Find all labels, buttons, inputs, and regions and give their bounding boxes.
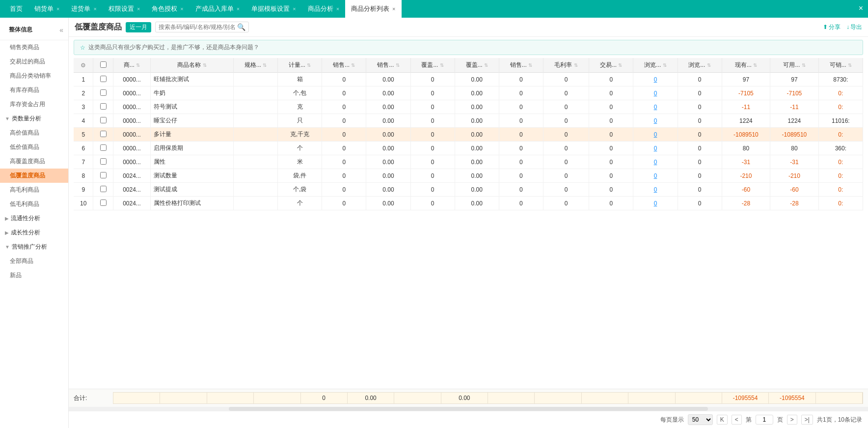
sidebar-section-marketing[interactable]: ▼ 营销推广分析	[0, 240, 68, 254]
last-page-button[interactable]: >|	[801, 415, 813, 425]
row-checkbox[interactable]	[100, 158, 107, 165]
col-code-header[interactable]: 商... ⇅	[113, 58, 151, 73]
row-checkbox[interactable]	[100, 103, 107, 110]
sidebar-item-low-coverage[interactable]: 低覆盖度商品	[0, 169, 68, 183]
close-icon[interactable]: ×	[392, 6, 395, 12]
table-wrapper: ⚙ 商... ⇅ 商品名称 ⇅ 规格... ⇅ 计量... ⇅ 销售... ⇅ …	[69, 58, 868, 389]
sidebar-collapse-button[interactable]: «	[56, 24, 66, 36]
sidebar-item-inventory-goods[interactable]: 有库存商品	[0, 83, 68, 97]
table-cell: 0.00	[366, 86, 410, 100]
sidebar-section-quantity[interactable]: ▼ 类数量分析	[0, 112, 68, 126]
nav-tab-home[interactable]: 首页	[4, 0, 28, 18]
row-checkbox[interactable]	[100, 131, 107, 137]
sidebar-item-all-goods[interactable]: 全部商品	[0, 254, 68, 268]
col-trade-header[interactable]: 交易... ⇅	[589, 58, 633, 73]
close-icon[interactable]: ×	[293, 6, 296, 12]
sidebar-item-low-margin[interactable]: 低毛利商品	[0, 197, 68, 211]
close-icon[interactable]: ×	[237, 6, 240, 12]
sidebar-section-growth[interactable]: ▶ 成长性分析	[0, 226, 68, 240]
col-sales3-header[interactable]: 销售... ⇅	[499, 58, 543, 73]
table-cell: 0024...	[113, 169, 151, 183]
nav-tab-roles[interactable]: 角色授权 ×	[146, 0, 189, 18]
col-sellable-header[interactable]: 可销... ⇅	[818, 58, 863, 73]
table-cell: -31	[722, 155, 770, 169]
nav-tab-template[interactable]: 单据模板设置 ×	[245, 0, 301, 18]
table-row: 30000...符号测试克00.0000.0000000-11-110:	[74, 100, 863, 114]
table-cell: 0	[410, 86, 455, 100]
col-name-header[interactable]: 商品名称 ⇅	[151, 58, 233, 73]
close-icon[interactable]: ×	[336, 6, 339, 12]
col-view2-header[interactable]: 浏览... ⇅	[678, 58, 722, 73]
row-checkbox[interactable]	[100, 200, 107, 206]
table-cell: 0	[589, 197, 633, 210]
col-spec-header[interactable]: 规格... ⇅	[233, 58, 277, 73]
chevron-right-icon: ▶	[5, 216, 9, 221]
col-checkbox-header[interactable]	[93, 58, 113, 73]
total-sales-qty: 0	[301, 393, 348, 403]
row-checkbox[interactable]	[100, 76, 107, 82]
search-icon[interactable]: 🔍	[237, 23, 245, 31]
prev-page-button[interactable]: <	[732, 415, 742, 425]
search-input[interactable]	[159, 24, 237, 30]
nav-tab-sales[interactable]: 销货单 ×	[28, 0, 65, 18]
row-checkbox[interactable]	[100, 117, 107, 123]
row-checkbox[interactable]	[100, 186, 107, 192]
table-cell: 0	[678, 155, 722, 169]
col-sales-amt-header[interactable]: 销售... ⇅	[366, 58, 410, 73]
sidebar-item-new-goods[interactable]: 新品	[0, 268, 68, 283]
export-button[interactable]: ↓ 导出	[846, 23, 862, 31]
select-all-checkbox[interactable]	[100, 61, 107, 68]
next-page-button[interactable]: >	[787, 415, 797, 425]
nav-tab-warehouse[interactable]: 产成品入库单 ×	[190, 0, 245, 18]
table-cell: 0	[499, 142, 543, 155]
table-cell: 0	[322, 73, 366, 86]
nav-tab-product-analysis[interactable]: 商品分析 ×	[302, 0, 345, 18]
per-page-select[interactable]: 50 20 100	[688, 414, 713, 425]
col-margin-header[interactable]: 毛利率 ⇅	[543, 58, 589, 73]
table-cell: 启用保质期	[151, 142, 233, 155]
period-button[interactable]: 近一月	[126, 22, 151, 32]
main-area: 整体信息 « 销售类商品 交易过的商品 商品分类动销率 有库存商品 库存资金占用…	[0, 18, 868, 428]
col-view1-header[interactable]: 浏览... ⇅	[633, 58, 678, 73]
total-sales-amt: 0.00	[348, 393, 394, 403]
chevron-down-icon: ▼	[5, 244, 10, 250]
close-all-tabs-button[interactable]: ×	[859, 4, 863, 13]
table-cell: 0	[410, 100, 455, 114]
nav-tab-product-analysis-list[interactable]: 商品分析列表 ×	[345, 0, 401, 18]
col-cov1-header[interactable]: 覆盖... ⇅	[410, 58, 455, 73]
sidebar-item-category-rate[interactable]: 商品分类动销率	[0, 69, 68, 83]
horizontal-scrollbar[interactable]	[69, 407, 868, 411]
sidebar-section-flow[interactable]: ▶ 流通性分析	[0, 211, 68, 226]
col-settings-header[interactable]: ⚙	[74, 58, 93, 73]
sidebar-item-high-coverage[interactable]: 高覆盖度商品	[0, 154, 68, 169]
close-icon[interactable]: ×	[137, 6, 140, 12]
col-cov2-header[interactable]: 覆盖... ⇅	[455, 58, 499, 73]
nav-tab-purchase[interactable]: 进货单 ×	[65, 0, 102, 18]
col-sales-qty-header[interactable]: 销售... ⇅	[322, 58, 366, 73]
row-checkbox[interactable]	[100, 144, 107, 151]
sidebar-item-high-margin[interactable]: 高毛利商品	[0, 183, 68, 197]
first-page-button[interactable]: K	[717, 415, 728, 425]
close-icon[interactable]: ×	[180, 6, 183, 12]
table-cell: 0000...	[113, 100, 151, 114]
col-current-header[interactable]: 现有... ⇅	[722, 58, 770, 73]
close-icon[interactable]: ×	[93, 6, 96, 12]
col-unit-header[interactable]: 计量... ⇅	[278, 58, 322, 73]
row-checkbox[interactable]	[100, 89, 107, 96]
col-available-header[interactable]: 可用... ⇅	[770, 58, 818, 73]
table-cell: -1089510	[770, 128, 818, 142]
table-cell: 0	[543, 100, 589, 114]
close-icon[interactable]: ×	[56, 6, 59, 12]
nav-tab-permissions[interactable]: 权限设置 ×	[103, 0, 146, 18]
table-cell: 0	[410, 197, 455, 210]
table-cell: 0	[410, 114, 455, 128]
sidebar-item-high-value[interactable]: 高价值商品	[0, 126, 68, 140]
page-number-input[interactable]	[756, 415, 773, 425]
share-button[interactable]: ⬆ 分享	[823, 23, 841, 31]
row-checkbox[interactable]	[100, 172, 107, 178]
sidebar-item-low-value[interactable]: 低价值商品	[0, 140, 68, 154]
sidebar-item-sales-goods[interactable]: 销售类商品	[0, 40, 68, 55]
table-cell: 0.00	[455, 197, 499, 210]
sidebar-item-inventory-capital[interactable]: 库存资金占用	[0, 97, 68, 112]
sidebar-item-traded-goods[interactable]: 交易过的商品	[0, 55, 68, 69]
